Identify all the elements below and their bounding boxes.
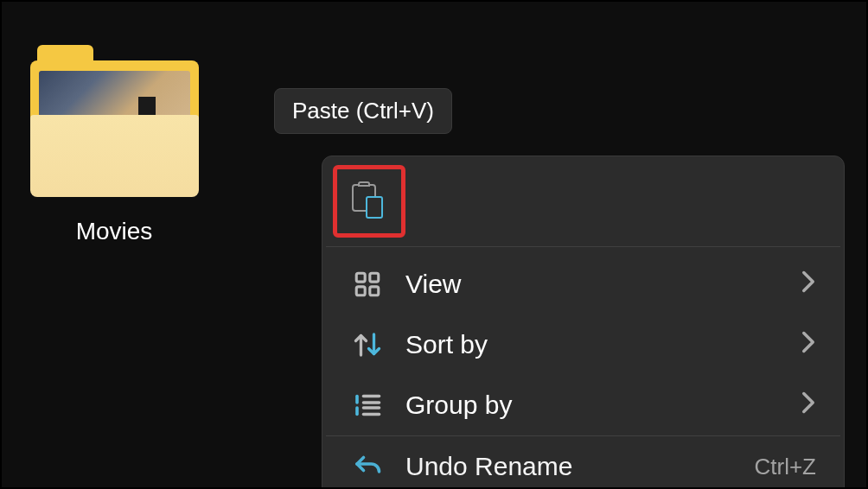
chevron-right-icon (801, 391, 816, 421)
tooltip-text: Paste (Ctrl+V) (292, 98, 434, 124)
undo-icon (350, 450, 385, 483)
paste-button[interactable] (333, 165, 405, 238)
menu-item-view[interactable]: View (322, 254, 844, 314)
folder-icon (30, 45, 199, 200)
menu-item-group-by[interactable]: Group by (322, 375, 844, 435)
menu-item-undo[interactable]: Undo Rename Ctrl+Z (322, 436, 844, 489)
quick-actions-bar (322, 156, 844, 246)
svg-rect-0 (356, 273, 365, 282)
folder-item[interactable]: Movies (28, 45, 201, 245)
svg-rect-3 (370, 287, 379, 295)
folder-label: Movies (28, 218, 201, 245)
paste-tooltip: Paste (Ctrl+V) (274, 88, 452, 134)
context-menu: View Sort by (322, 156, 845, 489)
menu-items-container: View Sort by (322, 247, 844, 489)
menu-item-sort-by[interactable]: Sort by (322, 314, 844, 375)
menu-item-label: View (405, 270, 801, 299)
menu-item-label: Sort by (405, 330, 801, 359)
menu-item-label: Group by (405, 391, 801, 420)
chevron-right-icon (801, 330, 816, 360)
menu-item-shortcut: Ctrl+Z (755, 454, 817, 480)
menu-item-label: Undo Rename (405, 452, 755, 481)
svg-rect-1 (370, 273, 379, 282)
group-by-icon (350, 389, 385, 422)
chevron-right-icon (801, 270, 816, 300)
svg-rect-2 (356, 287, 365, 295)
sort-icon (350, 328, 385, 361)
paste-icon (352, 184, 386, 219)
view-icon (350, 268, 385, 301)
